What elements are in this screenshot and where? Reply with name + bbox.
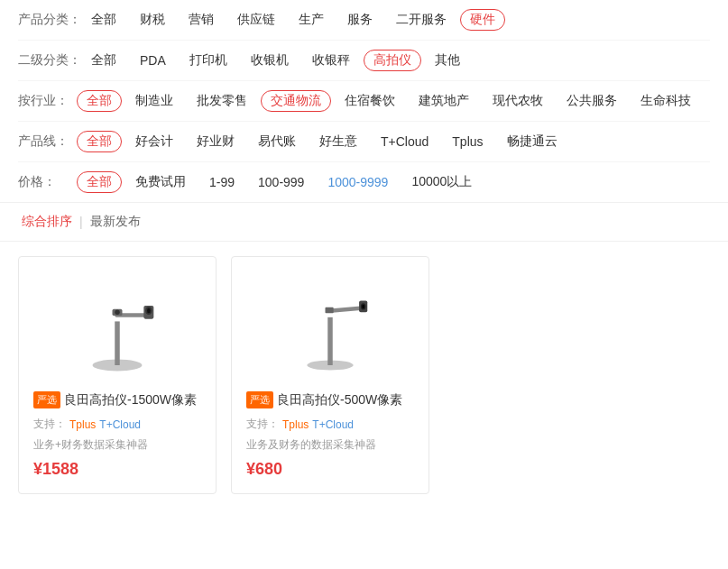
price-item-3[interactable]: 100-999 (248, 172, 314, 192)
industry-item-4[interactable]: 住宿餐饮 (335, 90, 405, 112)
cat2-item-5[interactable]: 高拍仪 (364, 50, 421, 71)
industry-item-8[interactable]: 生命科技 (631, 90, 701, 112)
cat1-item-2[interactable]: 营销 (179, 9, 224, 31)
cat2-item-1[interactable]: PDA (130, 50, 176, 70)
svg-point-7 (115, 310, 120, 316)
filter-section: 产品分类： 全部 财税 营销 供应链 生产 服务 二开服务 硬件 二级分类： 全… (0, 0, 728, 203)
title-text-0: 良田高拍仪-1500W像素 (64, 390, 197, 409)
support-label-1: 支持： (246, 417, 279, 432)
product-support-1: 支持： Tplus T+Cloud (246, 417, 414, 432)
title-text-1: 良田高拍仪-500W像素 (277, 390, 402, 409)
product-line-row: 产品线： 全部 好会计 好业财 易代账 好生意 T+Cloud Tplus 畅捷… (18, 122, 710, 162)
pline-item-6[interactable]: Tplus (442, 132, 493, 151)
price-items: 全部 免费试用 1-99 100-999 1000-9999 10000以上 (77, 171, 710, 193)
product-title-1: 严选 良田高拍仪-500W像素 (246, 390, 414, 409)
product-desc-1: 业务及财务的数据采集神器 (246, 437, 414, 453)
pline-item-0[interactable]: 全部 (77, 131, 122, 152)
product-support-0: 支持： Tplus T+Cloud (33, 417, 201, 432)
category2-label: 二级分类： (18, 52, 81, 69)
cat1-item-5[interactable]: 服务 (337, 9, 382, 31)
product-desc-0: 业务+财务数据采集神器 (33, 437, 201, 453)
sort-divider: | (76, 215, 87, 229)
product-line-items: 全部 好会计 好业财 易代账 好生意 T+Cloud Tplus 畅捷通云 (77, 131, 710, 152)
category2-items: 全部 PDA 打印机 收银机 收银秤 高拍仪 其他 (81, 50, 710, 71)
industry-item-3[interactable]: 交通物流 (261, 90, 331, 112)
industry-item-1[interactable]: 制造业 (125, 90, 183, 112)
price-item-0[interactable]: 全部 (77, 171, 122, 193)
industry-item-0[interactable]: 全部 (77, 90, 122, 112)
product-grid: 严选 良田高拍仪-1500W像素 支持： Tplus T+Cloud 业务+财务… (0, 242, 728, 509)
product-price-1: ¥680 (246, 460, 414, 479)
cat1-item-1[interactable]: 财税 (130, 9, 175, 31)
product-svg-1 (285, 276, 375, 375)
cat2-item-6[interactable]: 其他 (425, 50, 470, 71)
price-label: 价格： (18, 174, 77, 190)
product-image-1 (246, 271, 414, 380)
industry-item-6[interactable]: 现代农牧 (483, 90, 553, 112)
price-item-1[interactable]: 免费试用 (125, 171, 196, 193)
svg-rect-9 (327, 317, 333, 365)
industry-items: 全部 制造业 批发零售 交通物流 住宿餐饮 建筑地产 现代农牧 公共服务 生命科… (77, 90, 710, 112)
industry-item-5[interactable]: 建筑地产 (409, 90, 479, 112)
svg-point-5 (147, 308, 151, 314)
cat1-item-7[interactable]: 硬件 (460, 9, 505, 31)
product-card-1[interactable]: 严选 良田高拍仪-500W像素 支持： Tplus T+Cloud 业务及财务的… (231, 256, 429, 494)
support-tag-tplus-1: Tplus (282, 418, 309, 431)
cat1-item-4[interactable]: 生产 (289, 9, 334, 31)
svg-rect-1 (115, 321, 120, 365)
badge-yanxuan-1: 严选 (246, 391, 273, 408)
product-price-0: ¥1588 (33, 460, 201, 479)
sort-comprehensive[interactable]: 综合排序 (18, 214, 76, 230)
support-tag-tcloud-0: T+Cloud (99, 418, 141, 431)
category1-label: 产品分类： (18, 12, 81, 28)
cat2-item-2[interactable]: 打印机 (180, 50, 237, 71)
cat2-item-0[interactable]: 全部 (81, 50, 126, 71)
product-line-label: 产品线： (18, 133, 77, 150)
cat2-item-3[interactable]: 收银机 (241, 50, 299, 71)
svg-rect-14 (326, 307, 334, 313)
industry-item-2[interactable]: 批发零售 (187, 90, 257, 112)
product-image-0 (33, 271, 201, 380)
product-title-0: 严选 良田高拍仪-1500W像素 (33, 390, 201, 409)
cat2-item-4[interactable]: 收银秤 (302, 50, 360, 71)
cat1-item-3[interactable]: 供应链 (227, 9, 285, 31)
pline-item-3[interactable]: 易代账 (248, 131, 306, 152)
industry-item-7[interactable]: 公共服务 (557, 90, 627, 112)
support-tag-tplus-0: Tplus (69, 418, 96, 431)
pline-item-2[interactable]: 好业财 (187, 131, 244, 152)
sort-latest[interactable]: 最新发布 (87, 214, 144, 230)
price-item-5[interactable]: 10000以上 (401, 171, 482, 193)
category2-row: 二级分类： 全部 PDA 打印机 收银机 收银秤 高拍仪 其他 (18, 41, 710, 81)
industry-label: 按行业： (18, 93, 77, 109)
industry-row: 按行业： 全部 制造业 批发零售 交通物流 住宿餐饮 建筑地产 现代农牧 公共服… (18, 81, 710, 122)
category1-row: 产品分类： 全部 财税 营销 供应链 生产 服务 二开服务 硬件 (18, 0, 710, 41)
pline-item-1[interactable]: 好会计 (125, 131, 183, 152)
pline-item-7[interactable]: 畅捷通云 (497, 131, 567, 152)
cat1-item-6[interactable]: 二开服务 (386, 9, 456, 31)
badge-yanxuan-0: 严选 (33, 391, 60, 408)
product-svg-0 (72, 276, 162, 375)
product-card-0[interactable]: 严选 良田高拍仪-1500W像素 支持： Tplus T+Cloud 业务+财务… (18, 256, 217, 494)
category1-items: 全部 财税 营销 供应链 生产 服务 二开服务 硬件 (81, 9, 710, 31)
svg-point-13 (362, 305, 364, 309)
price-row: 价格： 全部 免费试用 1-99 100-999 1000-9999 10000… (18, 162, 710, 202)
support-label-0: 支持： (33, 417, 66, 432)
price-item-4[interactable]: 1000-9999 (318, 172, 398, 192)
cat1-item-0[interactable]: 全部 (81, 9, 126, 31)
price-item-2[interactable]: 1-99 (199, 172, 244, 192)
pline-item-4[interactable]: 好生意 (309, 131, 367, 152)
sort-bar: 综合排序 | 最新发布 (0, 203, 728, 242)
support-tag-tcloud-1: T+Cloud (312, 418, 354, 431)
pline-item-5[interactable]: T+Cloud (371, 132, 438, 151)
